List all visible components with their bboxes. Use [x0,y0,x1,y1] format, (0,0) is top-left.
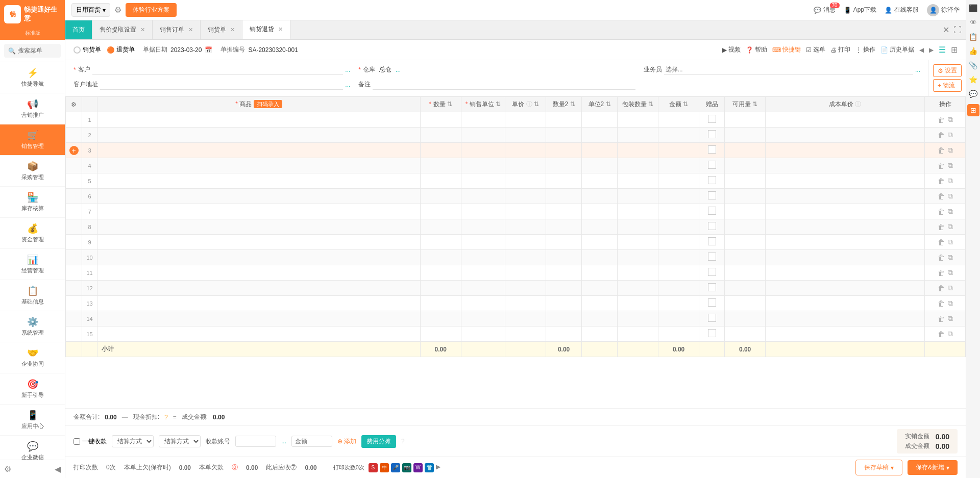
delete-row-11[interactable]: 🗑 [938,269,945,277]
row-amount-7[interactable] [658,204,699,219]
experience-button[interactable]: 体验行业方案 [126,3,177,17]
row-qty-10[interactable] [420,250,461,265]
row-unit2-10[interactable] [582,250,618,265]
row-qty2-15[interactable] [546,326,582,342]
row-qty2-13[interactable] [546,296,582,311]
tab-close-sales-order[interactable]: ✕ [188,27,193,33]
right-panel-icon-2[interactable]: 👁 [970,18,977,27]
print-button[interactable]: 🖨 打印 [830,45,850,54]
row-qty-11[interactable] [420,265,461,281]
right-panel-icon-4[interactable]: 👍 [969,47,977,55]
right-panel-icon-1[interactable]: ⬛ [969,4,977,12]
row-unit-4[interactable] [461,158,505,173]
copy-row-12[interactable]: ⧉ [948,284,953,292]
copy-row-6[interactable]: ⧉ [948,192,953,200]
row-avail-12[interactable] [725,281,766,296]
row-cost-3[interactable] [766,143,925,158]
gift-checkbox-7[interactable] [708,207,716,215]
row-unit-15[interactable] [461,326,505,342]
delete-row-3[interactable]: 🗑 [938,146,945,155]
row-gift-9[interactable] [699,235,725,250]
delete-row-2[interactable]: 🗑 [938,131,945,139]
row-price-14[interactable] [505,311,546,326]
staff-dots[interactable]: ... [915,66,920,73]
copy-row-5[interactable]: ⧉ [948,177,953,185]
row-avail-6[interactable] [725,189,766,204]
logistics-action-button[interactable]: + 物流 [933,79,962,92]
row-cost-8[interactable] [766,219,925,235]
sidebar-item-basic-info[interactable]: 📋基础信息 [0,280,65,311]
row-qty2-10[interactable] [546,250,582,265]
sidebar-settings-button[interactable]: ⚙ [4,464,11,474]
row-gift-2[interactable] [699,128,725,143]
row-gift-3[interactable] [699,143,725,158]
row-qty2-9[interactable] [546,235,582,250]
gift-checkbox-5[interactable] [708,176,716,184]
row-amount-5[interactable] [658,173,699,189]
row-unit2-9[interactable] [582,235,618,250]
row-avail-2[interactable] [725,128,766,143]
one-click-pay-checkbox[interactable] [74,438,80,445]
row-price-12[interactable] [505,281,546,296]
close-all-tabs-icon[interactable]: ✕ [943,25,949,35]
row-qty-5[interactable] [420,173,461,189]
delete-row-12[interactable]: 🗑 [938,284,945,292]
gift-checkbox-10[interactable] [708,253,716,261]
row-product-cell[interactable] [97,311,421,326]
row-unit2-4[interactable] [582,158,618,173]
account-dots[interactable]: ... [281,438,286,445]
row-amount-12[interactable] [658,281,699,296]
row-product-cell[interactable] [97,112,421,128]
copy-row-14[interactable]: ⧉ [948,314,953,323]
sidebar-item-finance[interactable]: 💰资金管理 [0,218,65,249]
copy-row-11[interactable]: ⧉ [948,268,953,277]
row-price-2[interactable] [505,128,546,143]
row-cost-13[interactable] [766,296,925,311]
row-qty2-7[interactable] [546,204,582,219]
row-avail-8[interactable] [725,219,766,235]
row-price-8[interactable] [505,219,546,235]
customer-dots[interactable]: ... [345,66,350,73]
delete-row-6[interactable]: 🗑 [938,192,945,200]
row-gift-1[interactable] [699,112,725,128]
row-product-cell[interactable] [97,296,421,311]
row-unit2-8[interactable] [582,219,618,235]
row-avail-7[interactable] [725,204,766,219]
right-panel-icon-5[interactable]: 📎 [969,61,977,69]
col-settings[interactable]: ⚙ [66,97,82,112]
row-product-cell[interactable] [97,128,421,143]
right-panel-icon-8[interactable]: ⊞ [967,104,979,116]
row-qty-3[interactable] [420,143,461,158]
row-price-7[interactable] [505,204,546,219]
select-bill-button[interactable]: ☑ 选单 [806,45,825,54]
row-pack-12[interactable] [618,281,658,296]
industry-select[interactable]: 日用百货 ▾ [71,3,110,17]
gift-checkbox-15[interactable] [708,329,716,337]
delete-row-1[interactable]: 🗑 [938,116,945,124]
row-qty2-6[interactable] [546,189,582,204]
row-qty2-1[interactable] [546,112,582,128]
row-pack-14[interactable] [618,311,658,326]
row-pack-8[interactable] [618,219,658,235]
calc-method-select[interactable]: 结算方式 [159,435,201,447]
shortcut-button[interactable]: ⌨ 快捷键 [772,45,801,54]
save-draft-button[interactable]: 保存草稿 ▾ [855,460,902,475]
row-cost-6[interactable] [766,189,925,204]
tab-home[interactable]: 首页 [65,20,92,39]
row-pack-1[interactable] [618,112,658,128]
row-qty-2[interactable] [420,128,461,143]
row-unit-6[interactable] [461,189,505,204]
row-price-11[interactable] [505,265,546,281]
row-amount-15[interactable] [658,326,699,342]
row-avail-14[interactable] [725,311,766,326]
row-unit2-14[interactable] [582,311,618,326]
row-pack-2[interactable] [618,128,658,143]
delete-row-5[interactable]: 🗑 [938,177,945,185]
address-input[interactable] [100,79,343,90]
row-gift-8[interactable] [699,219,725,235]
right-panel-icon-3[interactable]: 📋 [969,33,977,41]
row-unit-2[interactable] [461,128,505,143]
delete-row-9[interactable]: 🗑 [938,238,945,246]
row-product-cell[interactable] [97,173,421,189]
row-avail-11[interactable] [725,265,766,281]
